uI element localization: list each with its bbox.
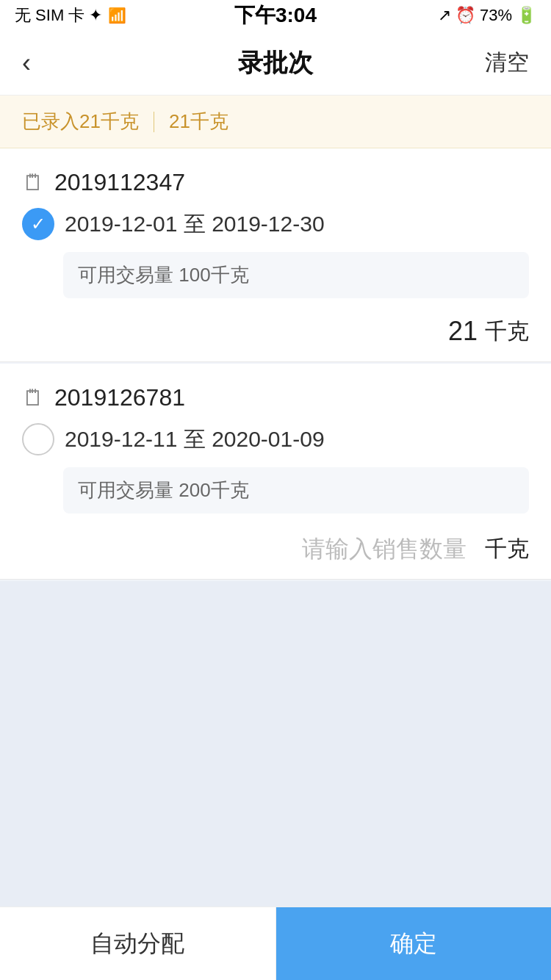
batch-header-1: 🗒 2019112347 bbox=[0, 148, 551, 202]
batch-qty-unit-1: 千克 bbox=[485, 317, 529, 347]
nav-bar: ‹ 录批次 清空 bbox=[0, 31, 551, 96]
batch-avail-2: 可用交易量 200千克 bbox=[63, 467, 529, 514]
confirm-button[interactable]: 确定 bbox=[276, 907, 552, 980]
sim-label: 无 SIM 卡 ✦ bbox=[15, 4, 102, 26]
radio-btn-2[interactable] bbox=[22, 423, 54, 455]
batch-id-icon-1: 🗒 bbox=[22, 170, 44, 195]
info-divider bbox=[154, 112, 154, 132]
batch-date-row-2: 2019-12-11 至 2020-01-09 bbox=[0, 417, 551, 464]
batch-card-1: 🗒 2019112347 2019-12-01 至 2019-12-30 可用交… bbox=[0, 148, 551, 362]
confirm-label: 确定 bbox=[390, 928, 437, 960]
status-time: 下午3:04 bbox=[234, 1, 317, 29]
batch-id-1: 2019112347 bbox=[54, 169, 185, 196]
auto-distribute-button[interactable]: 自动分配 bbox=[0, 907, 276, 980]
back-button[interactable]: ‹ bbox=[22, 48, 66, 79]
batch-id-icon-2: 🗒 bbox=[22, 386, 44, 411]
auto-distribute-label: 自动分配 bbox=[90, 928, 184, 960]
batch-card-2: 🗒 2019126781 2019-12-11 至 2020-01-09 可用交… bbox=[0, 364, 551, 580]
location-icon: ↗ bbox=[438, 6, 451, 25]
page-title: 录批次 bbox=[238, 46, 313, 80]
wifi-icon: 📶 bbox=[108, 7, 126, 24]
status-bar: 无 SIM 卡 ✦ 📶 下午3:04 ↗ ⏰ 73% 🔋 bbox=[0, 0, 551, 31]
empty-area bbox=[0, 581, 551, 907]
batch-qty-value-1: 21 bbox=[448, 316, 478, 347]
batch-input-row-2[interactable]: 千克 bbox=[0, 525, 551, 580]
alarm-icon: ⏰ bbox=[455, 6, 475, 25]
batch-input-unit-2: 千克 bbox=[485, 534, 529, 564]
content-area: 🗒 2019112347 2019-12-01 至 2019-12-30 可用交… bbox=[0, 148, 551, 980]
qty-input-2[interactable] bbox=[22, 536, 478, 563]
batch-header-2: 🗒 2019126781 bbox=[0, 364, 551, 417]
clear-button[interactable]: 清空 bbox=[485, 48, 529, 78]
batch-id-2: 2019126781 bbox=[54, 384, 185, 411]
batch-date-row-1: 2019-12-01 至 2019-12-30 bbox=[0, 202, 551, 249]
batch-date-2: 2019-12-11 至 2020-01-09 bbox=[65, 425, 325, 455]
status-right: ↗ ⏰ 73% 🔋 bbox=[438, 6, 536, 25]
status-left: 无 SIM 卡 ✦ 📶 bbox=[15, 4, 126, 26]
batch-avail-1: 可用交易量 100千克 bbox=[63, 252, 529, 298]
battery-label: 73% bbox=[480, 6, 512, 25]
battery-icon: 🔋 bbox=[516, 6, 536, 25]
recorded-qty: 已录入21千克 bbox=[22, 109, 139, 134]
info-banner: 已录入21千克 21千克 bbox=[0, 96, 551, 148]
bottom-bar: 自动分配 确定 bbox=[0, 907, 551, 980]
batch-qty-row-1: 21 千克 bbox=[0, 310, 551, 362]
total-qty: 21千克 bbox=[169, 109, 228, 134]
radio-btn-1[interactable] bbox=[22, 208, 54, 240]
batch-date-1: 2019-12-01 至 2019-12-30 bbox=[65, 209, 325, 239]
